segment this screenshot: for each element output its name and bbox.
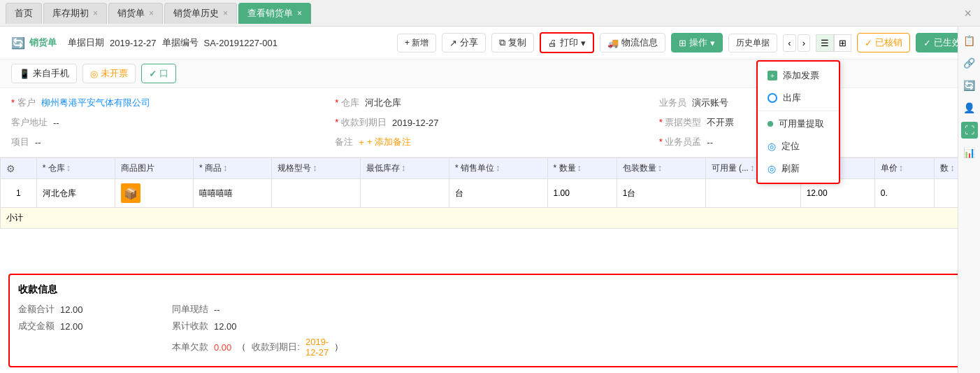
next-arrow[interactable]: ›	[798, 34, 810, 52]
check-btn[interactable]: ✓ 口	[141, 64, 176, 83]
check-square-icon: ✓	[149, 69, 157, 79]
due-date-row: 收款到期日 2019-12-27	[335, 116, 644, 129]
locate-label: 定位	[781, 140, 800, 153]
warehouse-row: 仓库 河北仓库	[335, 97, 644, 109]
list-view-btn[interactable]: ☰	[816, 34, 834, 52]
add-note-btn[interactable]: + + 添加备注	[359, 136, 411, 148]
doc-title: 🔄 销货单	[11, 36, 57, 50]
cumulative-value: 12.00	[214, 321, 237, 332]
ticket-value: 不开票	[707, 116, 734, 129]
tab-inventory-close[interactable]: ×	[93, 8, 98, 18]
salesperson-value: --	[707, 137, 713, 148]
truck-icon: 🚚	[607, 38, 619, 48]
tab-inventory-label: 库存期初	[52, 7, 89, 20]
sidebar-icon-3[interactable]: 🔄	[961, 77, 978, 94]
sales-order-icon: 🔄	[11, 36, 25, 50]
sidebar-icon-5[interactable]: ⛶	[961, 122, 978, 139]
share-icon: ↗	[449, 38, 457, 48]
payment-panel: 收款信息 金额合计 12.00 同单现结 -- 成交金额 12.00 累计收款 …	[8, 274, 972, 367]
add-invoice-item[interactable]: + 添加发票	[758, 64, 839, 87]
salesperson-label: 业务员孟	[659, 136, 702, 148]
doc-actions: + 新增 ↗ 分享 ⧉ 复制 🖨 打印 ▾ 🚚 物流信息 ⊞ 操作 ▾	[397, 32, 969, 53]
owed-hint: （	[237, 341, 246, 353]
nav-arrows: ‹ ›	[783, 34, 810, 52]
row-pack-qty: 1台	[617, 179, 705, 208]
settings-icon[interactable]: ⚙	[6, 163, 15, 174]
sidebar-icon-1[interactable]: 📋	[961, 32, 978, 49]
col-min-stock: 最低库存↕	[361, 158, 449, 179]
tab-sales-history[interactable]: 销货单历史 ×	[164, 3, 237, 24]
tab-home[interactable]: 首页	[6, 3, 42, 24]
check-label: 口	[159, 67, 168, 80]
ticket-label: 票据类型	[659, 116, 702, 129]
outbound-icon	[768, 93, 777, 103]
tab-sales-history-close[interactable]: ×	[223, 8, 228, 18]
sidebar-icon-6[interactable]: 📊	[961, 144, 978, 161]
operate-button[interactable]: ⊞ 操作 ▾	[671, 33, 723, 52]
col-product: * 商品↕	[194, 158, 272, 179]
locate-item[interactable]: ◎ 定位	[758, 135, 839, 157]
col-pack-qty: 包装数量↕	[617, 158, 705, 179]
col-unit: * 销售单位↕	[449, 158, 547, 179]
address-value: --	[53, 118, 59, 128]
logistics-button[interactable]: 🚚 物流信息	[600, 33, 665, 52]
add-invoice-label: 添加发票	[783, 69, 819, 82]
quantity-item[interactable]: 可用量提取	[758, 113, 839, 135]
not-open-label: 未开票	[101, 67, 128, 80]
from-phone-btn[interactable]: 📱 来自手机	[11, 64, 77, 83]
customer-label: 客户	[11, 97, 36, 109]
deal-row: 成交金额 12.00	[18, 320, 158, 332]
row-unit: 台	[449, 179, 547, 208]
cumulative-label: 累计收款	[172, 320, 208, 332]
col-settings[interactable]: ⚙	[1, 158, 37, 179]
tab-sales[interactable]: 销货单 ×	[108, 3, 163, 24]
effect-check-icon: ✓	[923, 38, 931, 48]
outbound-label: 出库	[783, 92, 801, 104]
prev-arrow[interactable]: ‹	[783, 34, 795, 52]
sold-label: 已核销	[875, 36, 902, 49]
sidebar-icon-4[interactable]: 👤	[961, 99, 978, 116]
new-button[interactable]: + 新增	[397, 34, 436, 52]
dropdown-divider	[758, 111, 839, 111]
due-hint: 收款到期日:	[252, 341, 300, 353]
not-open-btn[interactable]: ◎ 未开票	[82, 64, 136, 83]
total-label: 金额合计	[18, 303, 55, 316]
share-label: 分享	[460, 36, 478, 49]
total-row: 金额合计 12.00	[18, 303, 158, 316]
tab-sales-close[interactable]: ×	[149, 8, 154, 18]
refresh-item[interactable]: ◎ 刷新	[758, 157, 839, 180]
tab-inventory[interactable]: 库存期初 ×	[43, 3, 107, 24]
outbound-item[interactable]: 出库	[758, 87, 839, 109]
tab-view-sales[interactable]: 查看销货单 ×	[238, 3, 311, 24]
quantity-label: 可用量提取	[779, 118, 824, 130]
sold-status-btn[interactable]: ✓ 已核销	[857, 33, 910, 52]
row-index: 1	[1, 179, 37, 208]
note-label: 备注	[335, 136, 353, 148]
payment-grid: 金额合计 12.00 同单现结 -- 成交金额 12.00 累计收款 12.00…	[18, 303, 962, 358]
project-row: 项目 --	[11, 136, 321, 148]
tab-view-sales-close[interactable]: ×	[297, 8, 302, 18]
tab-sales-history-label: 销货单历史	[173, 7, 219, 20]
warehouse-label: 仓库	[335, 97, 359, 109]
share-button[interactable]: ↗ 分享	[442, 33, 486, 52]
history-button[interactable]: 历史单据	[728, 34, 777, 52]
copy-button[interactable]: ⧉ 复制	[491, 33, 534, 52]
customer-value[interactable]: 柳州粤港平安气体有限公司	[41, 97, 150, 109]
due-date-label: 收款到期日	[335, 116, 387, 129]
address-label: 客户地址	[11, 116, 48, 129]
sidebar-icon-2[interactable]: 🔗	[961, 55, 978, 71]
check-icon: ✓	[865, 38, 872, 48]
window-close-icon[interactable]: ×	[964, 6, 972, 20]
cumulative-row: 累计收款 12.00	[172, 320, 312, 332]
subtotal-label: 小计	[1, 208, 980, 229]
print-button[interactable]: 🖨 打印 ▾	[540, 32, 594, 53]
staff-label: 业务员	[659, 97, 686, 109]
grid-view-btn[interactable]: ⊞	[834, 34, 851, 52]
col-warehouse: * 仓库↕	[36, 158, 115, 179]
row-qty: 1.00	[547, 179, 617, 208]
doc-meta: 单据日期 2019-12-27 单据编号 SA-20191227-001	[68, 36, 278, 49]
owed-row: 本单欠款 0.00 （ 收款到期日: 2019-12-27 ）	[172, 337, 312, 358]
total-value: 12.00	[60, 304, 83, 315]
tab-sales-label: 销货单	[117, 7, 145, 20]
phone-icon: 📱	[19, 69, 30, 79]
